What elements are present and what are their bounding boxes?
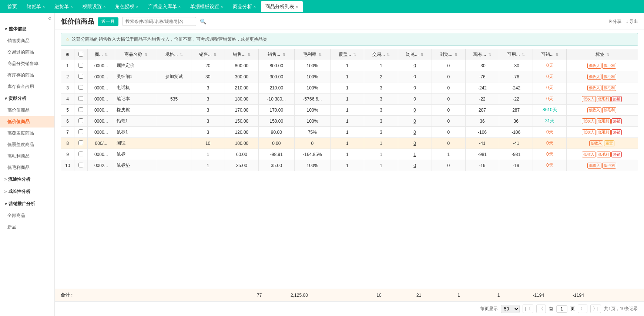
cell-views1[interactable]: 0	[398, 94, 432, 105]
sidebar-item-sales-products[interactable]: 销售类商品	[0, 35, 54, 47]
sidebar-item-low-margin[interactable]: 低毛利商品	[0, 162, 54, 173]
close-icon[interactable]: ×	[136, 4, 138, 9]
nav-template-settings[interactable]: 单据模板设置 ×	[186, 1, 227, 12]
row-checkbox[interactable]	[78, 107, 83, 112]
cell-checkbox[interactable]	[74, 71, 88, 82]
sidebar-group-growth[interactable]: > 成长性分析	[0, 186, 54, 198]
sidebar-group-circulation[interactable]: > 流通性分析	[0, 173, 54, 186]
cell-checkbox[interactable]	[74, 149, 88, 160]
views-link[interactable]: 0	[413, 74, 416, 79]
close-icon[interactable]: ×	[103, 4, 105, 9]
cell-views1[interactable]: 0	[398, 138, 432, 149]
nav-purchase-order[interactable]: 进货单 ×	[50, 1, 77, 12]
cell-views1[interactable]: 0	[398, 116, 432, 127]
close-icon[interactable]: ×	[70, 4, 73, 9]
export-button[interactable]: ↓ 导出	[626, 18, 638, 25]
cell-name[interactable]: 铅笔1	[115, 116, 157, 127]
sidebar-item-low-value[interactable]: 低价值商品	[0, 116, 54, 128]
cell-checkbox[interactable]	[74, 105, 88, 116]
sidebar-item-new-products[interactable]: 新品	[0, 221, 54, 233]
col-tags[interactable]: 标签 ⇅	[567, 49, 638, 60]
col-sales-amount[interactable]: 销售... ⇅	[259, 49, 295, 60]
first-page-btn[interactable]: |〈	[523, 305, 533, 313]
cell-checkbox[interactable]	[74, 82, 88, 94]
select-all-checkbox[interactable]	[78, 52, 83, 57]
nav-permission[interactable]: 权限设置 ×	[78, 1, 110, 12]
sidebar-collapse-btn[interactable]: «	[47, 15, 53, 21]
cell-name[interactable]: 吴细细1	[115, 71, 157, 82]
sidebar-item-in-stock[interactable]: 有库存的商品	[0, 69, 54, 81]
sidebar-item-low-coverage[interactable]: 低覆盖度商品	[0, 139, 54, 150]
close-icon[interactable]: ×	[221, 4, 223, 9]
sidebar-group-contribution[interactable]: ∨ 贡献分析	[0, 92, 54, 105]
sidebar-item-all-products[interactable]: 全部商品	[0, 210, 54, 221]
col-coverage[interactable]: 覆盖... ⇅	[331, 49, 364, 60]
row-checkbox[interactable]	[78, 63, 83, 68]
cell-name[interactable]: 属性定价	[115, 60, 157, 71]
col-checkbox[interactable]	[74, 49, 88, 60]
settings-icon[interactable]: ⚙	[66, 52, 70, 57]
views-link[interactable]: 0	[413, 141, 416, 146]
cell-name[interactable]: 鼠标垫	[115, 160, 157, 171]
cell-checkbox[interactable]	[74, 116, 88, 127]
views-link[interactable]: 0	[413, 163, 416, 168]
col-gross-margin[interactable]: 毛利率 ⇅	[294, 49, 331, 60]
row-checkbox[interactable]	[78, 118, 83, 123]
nav-home[interactable]: 首页	[3, 1, 21, 12]
col-settings[interactable]: ⚙	[61, 49, 74, 60]
col-transactions[interactable]: 交易... ⇅	[364, 49, 398, 60]
nav-role-auth[interactable]: 角色授权 ×	[111, 1, 142, 12]
row-checkbox[interactable]	[78, 163, 83, 167]
cell-views1[interactable]: 0	[398, 127, 432, 138]
row-checkbox[interactable]	[78, 74, 83, 79]
views-link[interactable]: 0	[413, 96, 416, 102]
close-icon[interactable]: ×	[296, 4, 298, 9]
close-icon[interactable]: ×	[254, 4, 256, 9]
sidebar-item-stock-capital[interactable]: 库存资金占用	[0, 81, 54, 92]
views-link[interactable]: 0	[413, 108, 416, 113]
views-link[interactable]: 0	[413, 85, 416, 91]
views-link[interactable]: 0	[413, 63, 416, 68]
row-checkbox[interactable]	[78, 96, 83, 101]
cell-name[interactable]: 橡皮擦	[115, 105, 157, 116]
cell-name[interactable]: 笔记本	[115, 94, 157, 105]
row-checkbox[interactable]	[78, 152, 83, 156]
cell-checkbox[interactable]	[74, 160, 88, 171]
col-sales-qty[interactable]: 销售... ⇅	[191, 49, 225, 60]
cell-name[interactable]: 鼠标1	[115, 127, 157, 138]
cell-name[interactable]: 测试	[115, 138, 157, 149]
nav-product-analysis-list[interactable]: 商品分析列表 ×	[261, 1, 302, 12]
col-current-stock[interactable]: 现有... ⇅	[465, 49, 499, 60]
cell-views1[interactable]: 0	[398, 105, 432, 116]
nav-product-analysis[interactable]: 商品分析 ×	[228, 1, 260, 12]
next-page-btn[interactable]: 〉	[578, 305, 587, 313]
views-link[interactable]: 1	[413, 152, 416, 157]
share-button[interactable]: ⎘ 分享	[609, 18, 621, 25]
prev-page-btn[interactable]: 〈	[536, 305, 546, 313]
close-icon[interactable]: ×	[43, 4, 45, 9]
col-code[interactable]: 商... ⇅	[87, 49, 115, 60]
cell-checkbox[interactable]	[74, 127, 88, 138]
cell-name[interactable]: 鼠标	[115, 149, 157, 160]
row-checkbox[interactable]	[78, 85, 83, 90]
col-sellable[interactable]: 可销... ⇅	[533, 49, 567, 60]
cell-views1[interactable]: 0	[398, 71, 432, 82]
sidebar-item-high-margin[interactable]: 高毛利商品	[0, 150, 54, 162]
nav-product-inbound[interactable]: 产成品入库单 ×	[144, 1, 185, 12]
cell-name[interactable]: 电话机	[115, 82, 157, 94]
col-views2[interactable]: 浏览... ⇅	[432, 49, 465, 60]
nav-sales-order[interactable]: 销货单 ×	[22, 1, 49, 12]
search-input[interactable]	[122, 17, 196, 26]
sidebar-item-traded-products[interactable]: 交易过的商品	[0, 47, 54, 58]
sidebar-item-high-coverage[interactable]: 高覆盖度商品	[0, 128, 54, 139]
sidebar-group-overall[interactable]: ∨ 整体信息	[0, 23, 54, 35]
search-icon[interactable]: 🔍	[200, 18, 206, 24]
sidebar-group-marketing[interactable]: ∨ 营销推广分析	[0, 198, 54, 210]
last-page-btn[interactable]: 〉|	[590, 305, 601, 313]
row-checkbox[interactable]	[78, 129, 83, 134]
col-available[interactable]: 可用... ⇅	[499, 49, 533, 60]
views-link[interactable]: 0	[413, 130, 416, 135]
cell-views1[interactable]: 0	[398, 82, 432, 94]
sidebar-item-category-rate[interactable]: 商品分类销售率	[0, 58, 54, 69]
col-sales-price[interactable]: 销售... ⇅	[225, 49, 258, 60]
